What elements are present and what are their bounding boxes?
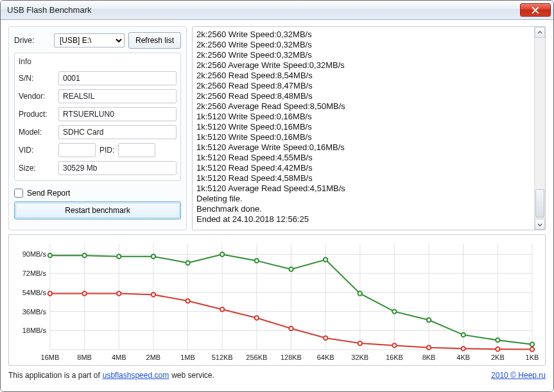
svg-point-41	[48, 253, 52, 257]
svg-text:16MB: 16MB	[41, 354, 60, 361]
info-group-title: Info	[19, 57, 177, 66]
svg-point-46	[220, 252, 224, 256]
send-report-checkbox[interactable]	[14, 189, 23, 198]
chevron-up-icon	[537, 30, 542, 35]
svg-text:8MB: 8MB	[77, 354, 92, 361]
svg-point-52	[427, 318, 431, 322]
svg-text:18MB/s: 18MB/s	[22, 327, 47, 334]
svg-point-62	[255, 316, 259, 320]
footer-link-usbflashspeed[interactable]: usbflashspeed.com	[103, 371, 169, 380]
svg-point-59	[151, 293, 155, 296]
svg-text:54MB/s: 54MB/s	[22, 289, 47, 296]
svg-point-70	[530, 347, 534, 351]
footer-text-suffix: web service.	[171, 371, 214, 380]
svg-point-57	[82, 291, 86, 295]
scroll-down-button[interactable]	[535, 219, 545, 230]
svg-text:2KB: 2KB	[491, 354, 505, 361]
svg-text:36MB/s: 36MB/s	[22, 308, 47, 316]
svg-point-60	[186, 299, 189, 303]
svg-point-54	[496, 338, 499, 342]
log-panel: 2k:2560 Write Speed:0,32MB/s 2k:2560 Wri…	[192, 26, 546, 230]
vid-label: VID:	[19, 146, 55, 155]
svg-point-56	[48, 291, 52, 295]
size-field[interactable]	[58, 161, 177, 175]
size-label: Size:	[19, 164, 55, 173]
scroll-track[interactable]	[535, 38, 545, 219]
svg-point-55	[530, 343, 534, 346]
vendor-field[interactable]	[58, 89, 177, 103]
model-field[interactable]	[58, 125, 177, 139]
svg-point-58	[117, 291, 121, 295]
footer-link-heep[interactable]: 2010 © Heep.ru	[491, 371, 546, 380]
pid-field[interactable]	[118, 143, 155, 157]
svg-text:72MB/s: 72MB/s	[22, 269, 47, 277]
titlebar: USB Flash Benchmark	[1, 1, 553, 20]
chart: 18MB/s36MB/s54MB/s72MB/s90MB/s16MB8MB4MB…	[8, 234, 546, 366]
controls-panel: Drive: [USB] E:\ Refresh list Info S/N: …	[8, 26, 187, 230]
svg-text:2MB: 2MB	[146, 354, 161, 361]
scrollbar[interactable]	[534, 27, 545, 230]
product-field[interactable]	[58, 107, 177, 121]
send-report-label: Send Report	[27, 189, 70, 198]
close-icon	[532, 6, 539, 14]
drive-select[interactable]: [USB] E:\	[54, 33, 125, 47]
model-label: Model:	[19, 128, 55, 137]
svg-point-44	[151, 255, 155, 259]
scroll-up-button[interactable]	[535, 27, 545, 38]
refresh-button[interactable]: Refresh list	[128, 32, 181, 49]
footer: This application is a part of usbflashsp…	[8, 370, 546, 380]
product-label: Product:	[19, 110, 55, 119]
drive-label: Drive:	[14, 36, 50, 45]
scroll-thumb[interactable]	[535, 189, 544, 217]
close-button[interactable]	[520, 3, 551, 17]
chevron-down-icon	[537, 222, 542, 227]
client-area: Drive: [USB] E:\ Refresh list Info S/N: …	[1, 20, 553, 391]
svg-text:1KB: 1KB	[526, 354, 539, 361]
svg-point-63	[289, 327, 293, 330]
svg-text:8KB: 8KB	[422, 354, 436, 361]
svg-point-67	[427, 346, 431, 350]
svg-point-61	[220, 307, 224, 311]
svg-point-53	[462, 333, 465, 337]
svg-point-43	[117, 255, 121, 259]
svg-point-69	[496, 347, 499, 351]
app-window: USB Flash Benchmark Drive: [USB] E:\ Ref…	[0, 0, 554, 392]
restart-button[interactable]: Restart benchmark	[14, 201, 181, 219]
svg-text:32KB: 32KB	[351, 354, 368, 361]
svg-point-45	[186, 261, 189, 265]
svg-text:1MB: 1MB	[180, 354, 195, 361]
vendor-label: Vendor:	[19, 92, 55, 101]
svg-point-65	[358, 341, 362, 345]
svg-text:256KB: 256KB	[246, 354, 267, 361]
svg-point-47	[255, 259, 259, 262]
footer-text-prefix: This application is a part of	[8, 371, 100, 380]
svg-text:90MB/s: 90MB/s	[22, 250, 47, 258]
svg-point-48	[289, 267, 293, 271]
svg-point-66	[392, 343, 396, 347]
svg-point-51	[392, 309, 396, 313]
log-text: 2k:2560 Write Speed:0,32MB/s 2k:2560 Wri…	[193, 27, 534, 230]
svg-point-64	[324, 336, 327, 340]
sn-label: S/N:	[19, 74, 55, 83]
info-group: Info S/N: Vendor: Product: Model:	[14, 53, 181, 181]
window-title: USB Flash Benchmark	[7, 5, 520, 15]
svg-text:4MB: 4MB	[112, 354, 126, 361]
svg-text:4KB: 4KB	[456, 354, 470, 361]
svg-point-68	[462, 346, 465, 350]
svg-point-49	[324, 258, 327, 262]
svg-text:16KB: 16KB	[386, 354, 403, 361]
sn-field[interactable]	[58, 71, 177, 85]
svg-text:512KB: 512KB	[212, 354, 233, 361]
svg-point-50	[358, 291, 362, 295]
svg-point-42	[82, 253, 86, 257]
vid-field[interactable]	[58, 143, 96, 157]
svg-text:64KB: 64KB	[317, 354, 334, 361]
svg-text:128KB: 128KB	[281, 354, 302, 361]
pid-label: PID:	[100, 146, 114, 155]
